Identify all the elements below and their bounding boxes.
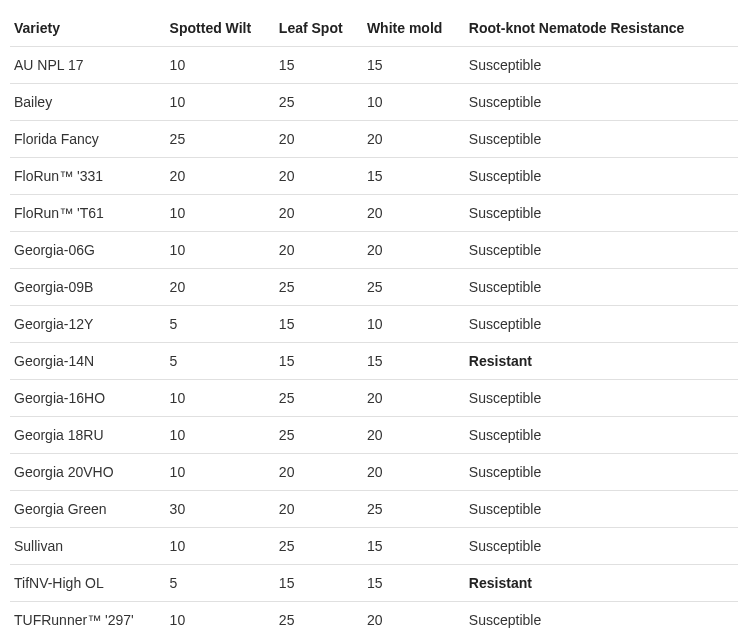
table-row: Georgia 20VHO102020Susceptible bbox=[10, 454, 738, 491]
cell-resistance: Susceptible bbox=[469, 47, 738, 84]
cell-spotted-wilt: 10 bbox=[170, 380, 279, 417]
header-resistance: Root-knot Nematode Resistance bbox=[469, 10, 738, 47]
table-row: Georgia-14N51515Resistant bbox=[10, 343, 738, 380]
cell-variety: Bailey bbox=[10, 84, 170, 121]
cell-resistance: Susceptible bbox=[469, 195, 738, 232]
table-row: AU NPL 17101515Susceptible bbox=[10, 47, 738, 84]
table-row: TUFRunner™ '297'102520Susceptible bbox=[10, 602, 738, 634]
cell-leaf-spot: 20 bbox=[279, 491, 367, 528]
table-row: Georgia-12Y51510Susceptible bbox=[10, 306, 738, 343]
cell-spotted-wilt: 10 bbox=[170, 417, 279, 454]
cell-resistance: Susceptible bbox=[469, 158, 738, 195]
cell-resistance: Susceptible bbox=[469, 121, 738, 158]
cell-variety: Georgia 20VHO bbox=[10, 454, 170, 491]
cell-resistance: Susceptible bbox=[469, 528, 738, 565]
cell-spotted-wilt: 10 bbox=[170, 528, 279, 565]
table-row: Georgia-09B202525Susceptible bbox=[10, 269, 738, 306]
cell-resistance: Susceptible bbox=[469, 380, 738, 417]
cell-spotted-wilt: 30 bbox=[170, 491, 279, 528]
cell-spotted-wilt: 25 bbox=[170, 121, 279, 158]
table-row: TifNV-High OL51515Resistant bbox=[10, 565, 738, 602]
table-row: FloRun™ '331202015Susceptible bbox=[10, 158, 738, 195]
cell-variety: Georgia-12Y bbox=[10, 306, 170, 343]
table-row: Florida Fancy252020Susceptible bbox=[10, 121, 738, 158]
table-row: Georgia Green302025Susceptible bbox=[10, 491, 738, 528]
cell-white-mold: 10 bbox=[367, 306, 469, 343]
cell-white-mold: 15 bbox=[367, 343, 469, 380]
cell-white-mold: 20 bbox=[367, 121, 469, 158]
cell-resistance: Susceptible bbox=[469, 454, 738, 491]
cell-spotted-wilt: 10 bbox=[170, 232, 279, 269]
cell-spotted-wilt: 10 bbox=[170, 602, 279, 634]
cell-leaf-spot: 15 bbox=[279, 47, 367, 84]
cell-white-mold: 25 bbox=[367, 491, 469, 528]
table-body: AU NPL 17101515SusceptibleBailey102510Su… bbox=[10, 47, 738, 634]
cell-leaf-spot: 15 bbox=[279, 343, 367, 380]
cell-spotted-wilt: 5 bbox=[170, 565, 279, 602]
cell-variety: FloRun™ 'T61 bbox=[10, 195, 170, 232]
header-leaf-spot: Leaf Spot bbox=[279, 10, 367, 47]
table-row: Bailey102510Susceptible bbox=[10, 84, 738, 121]
cell-white-mold: 20 bbox=[367, 602, 469, 634]
cell-variety: Georgia-14N bbox=[10, 343, 170, 380]
table-row: Sullivan102515Susceptible bbox=[10, 528, 738, 565]
cell-leaf-spot: 20 bbox=[279, 232, 367, 269]
cell-leaf-spot: 25 bbox=[279, 84, 367, 121]
cell-white-mold: 20 bbox=[367, 380, 469, 417]
table-row: Georgia-16HO102520Susceptible bbox=[10, 380, 738, 417]
cell-white-mold: 25 bbox=[367, 269, 469, 306]
cell-leaf-spot: 20 bbox=[279, 158, 367, 195]
table-row: FloRun™ 'T61102020Susceptible bbox=[10, 195, 738, 232]
cell-white-mold: 15 bbox=[367, 158, 469, 195]
table-header-row: Variety Spotted Wilt Leaf Spot White mol… bbox=[10, 10, 738, 47]
cell-white-mold: 20 bbox=[367, 417, 469, 454]
cell-variety: Georgia-09B bbox=[10, 269, 170, 306]
cell-leaf-spot: 20 bbox=[279, 195, 367, 232]
header-white-mold: White mold bbox=[367, 10, 469, 47]
cell-spotted-wilt: 20 bbox=[170, 269, 279, 306]
cell-spotted-wilt: 5 bbox=[170, 343, 279, 380]
cell-resistance: Susceptible bbox=[469, 232, 738, 269]
cell-variety: FloRun™ '331 bbox=[10, 158, 170, 195]
cell-spotted-wilt: 10 bbox=[170, 84, 279, 121]
cell-resistance: Resistant bbox=[469, 565, 738, 602]
cell-leaf-spot: 25 bbox=[279, 417, 367, 454]
cell-resistance: Susceptible bbox=[469, 417, 738, 454]
cell-variety: Georgia 18RU bbox=[10, 417, 170, 454]
cell-variety: AU NPL 17 bbox=[10, 47, 170, 84]
cell-variety: Georgia-16HO bbox=[10, 380, 170, 417]
cell-variety: Sullivan bbox=[10, 528, 170, 565]
cell-white-mold: 10 bbox=[367, 84, 469, 121]
cell-white-mold: 20 bbox=[367, 195, 469, 232]
cell-white-mold: 15 bbox=[367, 47, 469, 84]
cell-white-mold: 20 bbox=[367, 232, 469, 269]
cell-variety: TifNV-High OL bbox=[10, 565, 170, 602]
cell-leaf-spot: 25 bbox=[279, 528, 367, 565]
cell-variety: Georgia-06G bbox=[10, 232, 170, 269]
cell-resistance: Susceptible bbox=[469, 306, 738, 343]
table-row: Georgia 18RU102520Susceptible bbox=[10, 417, 738, 454]
table-row: Georgia-06G102020Susceptible bbox=[10, 232, 738, 269]
cell-resistance: Susceptible bbox=[469, 84, 738, 121]
cell-leaf-spot: 20 bbox=[279, 121, 367, 158]
cell-white-mold: 15 bbox=[367, 528, 469, 565]
cell-spotted-wilt: 10 bbox=[170, 195, 279, 232]
cell-leaf-spot: 25 bbox=[279, 269, 367, 306]
cell-resistance: Resistant bbox=[469, 343, 738, 380]
cell-variety: Florida Fancy bbox=[10, 121, 170, 158]
cell-leaf-spot: 15 bbox=[279, 306, 367, 343]
variety-resistance-table: Variety Spotted Wilt Leaf Spot White mol… bbox=[10, 10, 738, 633]
cell-resistance: Susceptible bbox=[469, 602, 738, 634]
cell-white-mold: 20 bbox=[367, 454, 469, 491]
cell-white-mold: 15 bbox=[367, 565, 469, 602]
cell-variety: Georgia Green bbox=[10, 491, 170, 528]
cell-leaf-spot: 25 bbox=[279, 602, 367, 634]
header-variety: Variety bbox=[10, 10, 170, 47]
header-spotted-wilt: Spotted Wilt bbox=[170, 10, 279, 47]
cell-spotted-wilt: 5 bbox=[170, 306, 279, 343]
cell-variety: TUFRunner™ '297' bbox=[10, 602, 170, 634]
cell-spotted-wilt: 10 bbox=[170, 47, 279, 84]
cell-spotted-wilt: 10 bbox=[170, 454, 279, 491]
cell-leaf-spot: 15 bbox=[279, 565, 367, 602]
cell-resistance: Susceptible bbox=[469, 269, 738, 306]
